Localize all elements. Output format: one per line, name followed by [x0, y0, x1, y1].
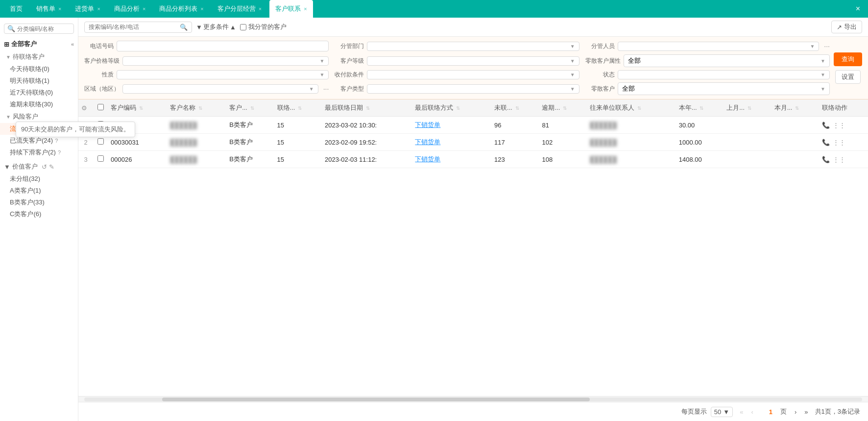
phone-input[interactable]: [117, 41, 329, 51]
manager-select[interactable]: ▼: [618, 42, 820, 51]
next-page-btn[interactable]: ›: [792, 407, 799, 417]
status-select[interactable]: ▼: [618, 70, 830, 79]
row-last-contact-date: 2023-03-02 10:30:: [322, 117, 412, 134]
sort-lm-icon[interactable]: ⇅: [747, 105, 751, 111]
close-customer-layer-tab[interactable]: ×: [259, 6, 262, 12]
sort-code-icon[interactable]: ⇅: [139, 105, 143, 111]
export-button[interactable]: ↗ 导出: [831, 21, 862, 33]
sidebar-item-today[interactable]: 今天待联络(0): [0, 63, 78, 75]
close-all-button[interactable]: ×: [852, 4, 864, 13]
section-pending[interactable]: ▼ 待联络客户: [0, 50, 78, 63]
sidebar-item-7days[interactable]: 近7天待联络(0): [0, 87, 78, 99]
nav-product-analysis-list[interactable]: 商品分析列表 ×: [153, 0, 209, 18]
manager-dots[interactable]: ···: [824, 42, 830, 50]
refresh-icon[interactable]: ↺: [42, 163, 47, 171]
sidebar-item-tomorrow[interactable]: 明天待联络(1): [0, 75, 78, 87]
filter-status: 状态 ▼: [585, 70, 830, 79]
more-conditions[interactable]: ▼ 更多条件 ▲: [196, 23, 236, 31]
dept-select[interactable]: ▼: [367, 42, 579, 51]
close-customer-contact-tab[interactable]: ×: [304, 6, 307, 12]
query-button[interactable]: 查询: [834, 52, 862, 66]
retail-attr-label: 零散客户属性: [585, 57, 621, 65]
arrow-icon: ▼: [6, 54, 11, 60]
retail-attr-select[interactable]: 全部 ▼: [624, 54, 830, 67]
nav-customer-layer[interactable]: 客户分层经营 ×: [212, 0, 267, 18]
sort-not-icon[interactable]: ⇅: [515, 105, 519, 111]
cust-type-label: 客户类型: [335, 85, 364, 93]
sort-type-icon[interactable]: ⇅: [250, 105, 254, 111]
all-customers-title[interactable]: ⊞ 全部客户 «: [0, 38, 78, 50]
row-last-contact-way[interactable]: 下销货单: [412, 117, 491, 134]
sort-name-icon[interactable]: ⇅: [198, 105, 202, 111]
select-all-checkbox[interactable]: [97, 104, 104, 110]
content-area: 🔍 ▼ 更多条件 ▲ 我分管的客户 ↗ 导出: [78, 18, 868, 421]
col-contact: 联络... ⇅: [274, 99, 322, 117]
col-last-month: 上月... ⇅: [723, 99, 771, 117]
action-more-icon[interactable]: ⋮⋮: [833, 122, 845, 129]
sort-ty-icon[interactable]: ⇅: [699, 105, 703, 111]
sidebar-item-declining[interactable]: 持续下滑客户(2) ?: [0, 147, 78, 158]
close-product-list-tab[interactable]: ×: [200, 6, 203, 12]
nature-label: 性质: [84, 71, 114, 79]
action-phone-icon[interactable]: 📞: [822, 139, 830, 146]
nav-customer-contact[interactable]: 客户联系 ×: [269, 0, 313, 18]
close-product-analysis-tab[interactable]: ×: [143, 6, 145, 12]
sidebar-item-class-a[interactable]: A类客户(1): [0, 185, 78, 197]
sort-last-date-icon[interactable]: ⇅: [366, 105, 370, 111]
col-this-year: 本年... ⇅: [676, 99, 723, 117]
row-last-month: [723, 134, 771, 151]
sidebar-item-class-b[interactable]: B类客户(33): [0, 197, 78, 208]
export-icon: ↗: [837, 24, 842, 31]
action-more-icon[interactable]: ⋮⋮: [833, 139, 845, 146]
prev-page-btn[interactable]: ‹: [748, 407, 756, 417]
sidebar-item-ungroup[interactable]: 未分组(32): [0, 173, 78, 185]
settings-button[interactable]: 设置: [835, 70, 861, 84]
action-phone-icon[interactable]: 📞: [822, 122, 830, 129]
sort-overdue-icon[interactable]: ⇅: [563, 105, 567, 111]
edit-icon[interactable]: ✎: [49, 163, 54, 171]
search-input[interactable]: [89, 24, 178, 30]
sort-cp-icon[interactable]: ⇅: [637, 105, 641, 111]
region-dots[interactable]: ···: [323, 85, 329, 93]
filter-cust-grade: 客户等级 ▼: [335, 56, 579, 66]
close-purchase-tab[interactable]: ×: [97, 6, 100, 12]
page-size-select[interactable]: 50 ▼: [711, 407, 733, 417]
cust-grade-select[interactable]: ▼: [367, 56, 579, 66]
my-customers-check[interactable]: [240, 24, 246, 30]
sidebar-item-overdue[interactable]: 逾期未联络(30): [0, 99, 78, 110]
search-wrap[interactable]: 🔍: [84, 22, 192, 33]
last-page-btn[interactable]: »: [801, 407, 811, 417]
bottom-scroll[interactable]: [78, 396, 868, 402]
sort-tm-icon[interactable]: ⇅: [795, 105, 799, 111]
action-phone-icon[interactable]: 📞: [822, 156, 830, 163]
retail-cust-select[interactable]: 全部 ▼: [618, 82, 830, 95]
close-sales-tab[interactable]: ×: [58, 6, 61, 12]
row-last-contact-way[interactable]: 下销货单: [412, 134, 491, 151]
price-grade-select[interactable]: ▼: [122, 56, 329, 66]
filter-region: 区域（地区） ▼ ···: [84, 84, 329, 94]
settings-col-header[interactable]: ⚙: [78, 99, 93, 117]
row-last-contact-way[interactable]: 下销货单: [412, 151, 491, 168]
nav-sales[interactable]: 销售单 ×: [30, 0, 67, 18]
first-page-btn[interactable]: «: [737, 407, 746, 417]
search-icon[interactable]: 🔍: [180, 24, 188, 31]
section-value[interactable]: ▼ 价值客户 ↺ ✎: [0, 160, 78, 173]
filter-row-3: 性质 ▼ 收付款条件 ▼: [84, 70, 830, 79]
action-more-icon[interactable]: ⋮⋮: [833, 156, 845, 163]
sort-contact-icon[interactable]: ⇅: [298, 105, 302, 111]
nav-purchase[interactable]: 进货单 ×: [69, 0, 106, 18]
region-select[interactable]: ▼: [122, 84, 318, 94]
cust-type-select[interactable]: ▼: [367, 84, 579, 94]
my-customers-checkbox[interactable]: 我分管的客户: [240, 23, 287, 31]
payment-select[interactable]: ▼: [367, 70, 579, 79]
sort-last-way-icon[interactable]: ⇅: [456, 105, 460, 111]
row-checkbox[interactable]: [93, 151, 108, 168]
sidebar-search-input[interactable]: [17, 25, 71, 32]
nature-select[interactable]: ▼: [117, 70, 329, 79]
nav-home[interactable]: 首页: [4, 0, 28, 18]
sidebar-search[interactable]: 🔍: [4, 24, 74, 34]
nav-product-analysis[interactable]: 商品分析 ×: [108, 0, 151, 18]
payment-arrow: ▼: [570, 72, 575, 77]
sidebar-item-class-c[interactable]: C类客户(6): [0, 208, 78, 220]
table-row: 1 000011 ██████ B类客户 15 2023-03-02 10:30…: [78, 117, 868, 134]
